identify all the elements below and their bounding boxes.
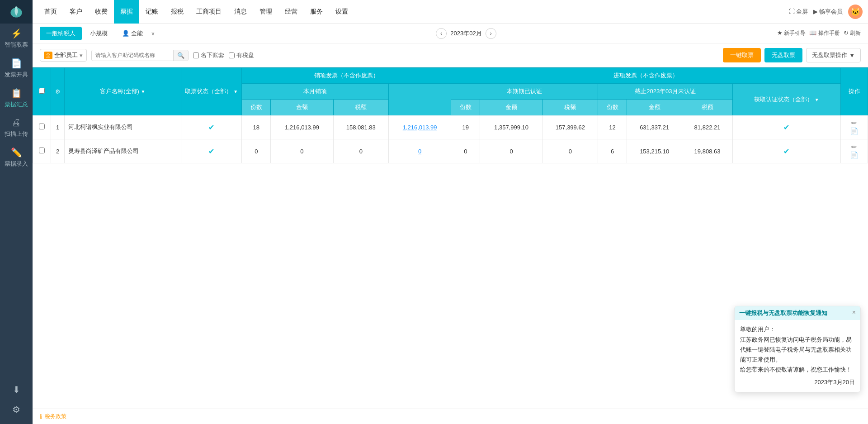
current-date: 2023年02月 (450, 29, 481, 38)
row-fetch-status: ✔ (181, 115, 242, 139)
row-customer-name: 灵寿县尚泽矿产品有限公司 (65, 139, 181, 163)
row-uncert-tax: 19,808.63 (682, 139, 732, 163)
row-checkbox-cell[interactable] (33, 139, 51, 163)
taxdisk-checkbox[interactable] (229, 52, 235, 58)
topnav-customer[interactable]: 客户 (63, 0, 89, 24)
policy-link[interactable]: 税务政策 (45, 413, 66, 420)
manual-btn[interactable]: 📖 操作手册 (809, 29, 840, 37)
sidebar-item-smart-fetch[interactable]: ⚡ 智能取票 (0, 24, 33, 53)
table-row: 1 河北柯谱枫实业有限公司 ✔ 18 1,216,013.99 158,081.… (33, 115, 868, 139)
refresh-btn[interactable]: ↻ 刷新 (844, 29, 861, 37)
row-uncert-tax: 81,822.21 (682, 115, 732, 139)
row-fetch-status: ✔ (181, 139, 242, 163)
sidebar-item-invoice-open[interactable]: 📄 发票开具 (0, 53, 33, 83)
notification-header: 一键报税与无盘取票功能恢复通知 × (735, 306, 860, 320)
employee-select[interactable]: 全 全部员工 ▾ (40, 49, 87, 62)
topnav-manage[interactable]: 管理 (253, 0, 278, 24)
topnav-collect[interactable]: 收费 (89, 0, 114, 24)
date-nav: ‹ 2023年02月 › (436, 28, 496, 39)
fullscreen-btn[interactable]: ⛶ 全屏 (789, 8, 808, 16)
col-sale-shares: 份数 (242, 100, 271, 115)
cert-status-filter-icon[interactable]: ▼ (815, 97, 819, 102)
settings-icon: ⚙ (12, 404, 20, 415)
notification-salutation: 尊敬的用户： (740, 324, 855, 334)
tabs-more-btn[interactable]: ∨ (151, 30, 155, 37)
col-group-sale: 销项发票（不含作废票） (242, 68, 451, 84)
topnav-business[interactable]: 工商项目 (190, 0, 228, 24)
checkbox-myaccount[interactable]: 名下账套 (193, 51, 224, 59)
search-button[interactable]: 🔍 (173, 50, 188, 61)
row-uncert-amount: 153,215.10 (627, 139, 682, 163)
sidebar-item-invoice-summary[interactable]: 📋 票据汇总 (0, 83, 33, 113)
tab-general-taxpayer[interactable]: 一般纳税人 (40, 27, 82, 40)
invoice-summary-icon: 📋 (11, 88, 22, 99)
table-settings-icon[interactable]: ⚙ (55, 88, 61, 95)
topnav-operation[interactable]: 经营 (278, 0, 304, 24)
topnav-accounting[interactable]: 记账 (139, 0, 165, 24)
topnav-invoice[interactable]: 票据 (114, 0, 139, 24)
vip-btn[interactable]: ▶ 畅享会员 (813, 8, 843, 16)
no-disk-fetch-btn[interactable]: 无盘取票 (764, 48, 802, 62)
fetch-status-filter-icon[interactable]: ▼ (233, 89, 238, 94)
tabbar: 一般纳税人 小规模 👤 全能 ∨ ‹ 2023年02月 › ★ 新手引导 📖 (33, 24, 868, 43)
col-uncertified: 截止2023年03月未认证 (598, 84, 733, 100)
col-purch-amount: 金额 (480, 100, 542, 115)
view-action-btn[interactable]: 📄 (849, 127, 860, 135)
row-no: 2 (51, 139, 65, 163)
notification-close-btn[interactable]: × (852, 309, 856, 315)
edit-action-btn[interactable]: ✏ (850, 119, 859, 127)
topnav-message[interactable]: 消息 (228, 0, 253, 24)
row-checkbox-cell[interactable] (33, 115, 51, 139)
myaccount-checkbox[interactable] (193, 52, 199, 58)
view-action-btn[interactable]: 📄 (849, 151, 860, 159)
checkbox-taxdisk[interactable]: 有税盘 (229, 51, 254, 59)
topnav-tax[interactable]: 报税 (165, 0, 190, 24)
col-uncert-tax: 税额 (682, 100, 732, 115)
employee-label: 全部员工 (54, 51, 78, 59)
col-sale-tax: 税额 (333, 100, 388, 115)
topnav-home[interactable]: 首页 (38, 0, 63, 24)
row-uncert-amount: 631,337.21 (627, 115, 682, 139)
notification-apology: 给您带来的不便敬请谅解，祝您工作愉快！ (740, 365, 855, 375)
footer-info-icon: ℹ (40, 413, 42, 420)
tab-all[interactable]: 👤 全能 (116, 27, 149, 40)
topnav: 首页 客户 收费 票据 记账 报税 工商项目 消息 管理 经营 服务 设置 ⛶ … (33, 0, 868, 24)
row-sale-shares: 0 (242, 139, 271, 163)
row-checkbox[interactable] (39, 124, 45, 129)
sidebar-item-settings[interactable]: ⚙ (0, 400, 33, 419)
sidebar-item-download[interactable]: ⬇ (0, 380, 33, 400)
row-sale-shares: 18 (242, 115, 271, 139)
consecutive-link[interactable]: 1,216,013.99 (403, 124, 437, 131)
topnav-service[interactable]: 服务 (304, 0, 329, 24)
sidebar-item-data-entry[interactable]: ✏️ 票据录入 (0, 143, 33, 172)
row-sale-tax: 0 (333, 139, 388, 163)
edit-action-btn[interactable]: ✏ (850, 143, 859, 151)
new-guide-btn[interactable]: ★ 新手引导 (777, 29, 806, 37)
row-checkbox[interactable] (39, 148, 45, 153)
consecutive-link[interactable]: 0 (418, 148, 421, 155)
filter-icon[interactable]: ▼ (141, 89, 146, 94)
col-purch-shares: 份数 (451, 100, 480, 115)
row-purch-amount: 0 (480, 139, 542, 163)
row-purch-shares: 0 (451, 139, 480, 163)
select-all-checkbox[interactable] (39, 88, 45, 94)
sidebar: ⚡ 智能取票 📄 发票开具 📋 票据汇总 🖨 扫描上传 ✏️ 票据录入 ⬇ ⚙ (0, 0, 33, 424)
row-actions: ✏ 📄 (841, 115, 868, 139)
search-input[interactable] (92, 50, 173, 60)
col-uncert-amount: 金额 (627, 100, 682, 115)
svg-point-1 (15, 6, 17, 9)
row-customer-name: 河北柯谱枫实业有限公司 (65, 115, 181, 139)
user-avatar[interactable]: 🐱 (848, 5, 863, 19)
col-certified-period: 本期期已认证 (451, 84, 598, 100)
topnav-settings[interactable]: 设置 (329, 0, 354, 24)
col-purch-tax: 税额 (542, 100, 598, 115)
tab-small-scale[interactable]: 小规模 (84, 27, 114, 40)
topnav-right: ⛶ 全屏 ▶ 畅享会员 🐱 (789, 5, 863, 19)
col-uncert-shares: 份数 (598, 100, 627, 115)
date-next-btn[interactable]: › (486, 28, 496, 39)
sidebar-item-scan-upload[interactable]: 🖨 扫描上传 (0, 113, 33, 143)
no-disk-ops-btn[interactable]: 无盘取票操作 ▼ (806, 48, 861, 62)
date-prev-btn[interactable]: ‹ (436, 28, 447, 39)
one-click-fetch-btn[interactable]: 一键取票 (723, 48, 761, 62)
notification-title: 一键报税与无盘取票功能恢复通知 (739, 309, 849, 317)
